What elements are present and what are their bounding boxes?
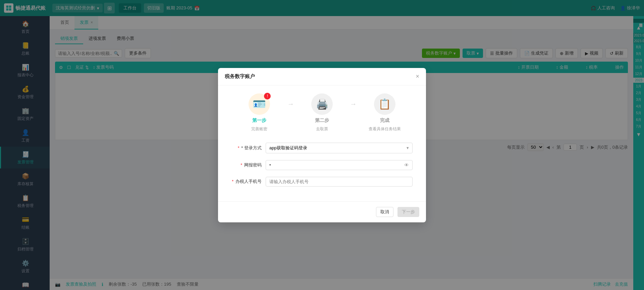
modal-title: 税务数字账户	[225, 73, 255, 80]
step-2-desc: 去取票	[316, 126, 328, 132]
cancel-button[interactable]: 取消	[376, 207, 393, 217]
step-1-label: 第一步	[252, 118, 266, 124]
next-button[interactable]: 下一步	[397, 207, 419, 217]
modal-footer: 取消 下一步	[218, 201, 426, 222]
phone-row: * 办税人手机号	[231, 177, 413, 187]
step-3-icon: 📋	[374, 93, 395, 115]
step-3-label: 完成	[380, 118, 389, 124]
modal-overlay: 税务数字账户 × 🪪 ! 第一步 完善账密 →	[0, 0, 644, 290]
login-method-label: * * 登录方式	[231, 145, 262, 151]
step-3-desc: 查看具体任务结果	[369, 126, 401, 132]
step-3: 📋 完成 查看具体任务结果	[357, 93, 413, 132]
password-label: * 网报密码	[231, 162, 262, 168]
phone-required: *	[232, 179, 233, 184]
step-3-icon-symbol: 📋	[378, 98, 391, 110]
step-2-icon: 🖨️	[311, 93, 333, 115]
step-1-desc: 完善账密	[251, 126, 267, 132]
phone-input[interactable]	[269, 179, 409, 184]
login-method-value: app获取验证码登录	[269, 145, 307, 151]
step-2-label: 第二步	[315, 118, 329, 124]
login-method-required: *	[238, 145, 239, 150]
step-1-icon: 🪪 !	[249, 93, 270, 115]
password-toggle-icon[interactable]: 👁	[404, 162, 409, 168]
login-method-row: * * 登录方式 app获取验证码登录 ▾	[231, 143, 413, 153]
modal-close-button[interactable]: ×	[416, 73, 419, 79]
modal-header: 税务数字账户 ×	[218, 68, 426, 85]
password-field[interactable]: 👁	[266, 160, 413, 170]
tax-account-modal: 税务数字账户 × 🪪 ! 第一步 完善账密 →	[218, 68, 426, 222]
password-input[interactable]	[269, 162, 401, 167]
step-1-badge: !	[264, 93, 271, 99]
step-2-icon-symbol: 🖨️	[316, 98, 328, 110]
step-arrow-2: →	[350, 93, 357, 108]
modal-body: 🪪 ! 第一步 完善账密 → 🖨️ 第二步 去取票 →	[218, 85, 426, 201]
phone-label: * 办税人手机号	[231, 178, 262, 185]
step-arrow-1: →	[287, 93, 294, 108]
password-required: *	[240, 162, 242, 167]
phone-field[interactable]	[266, 177, 413, 187]
login-method-dropdown-icon: ▾	[407, 145, 409, 150]
step-2: 🖨️ 第二步 去取票	[294, 93, 350, 132]
steps: 🪪 ! 第一步 完善账密 → 🖨️ 第二步 去取票 →	[231, 93, 413, 132]
step-1-icon-symbol: 🪪	[253, 98, 266, 111]
password-row: * 网报密码 👁	[231, 160, 413, 170]
login-method-select[interactable]: app获取验证码登录 ▾	[266, 143, 413, 153]
step-1: 🪪 ! 第一步 完善账密	[231, 93, 287, 132]
